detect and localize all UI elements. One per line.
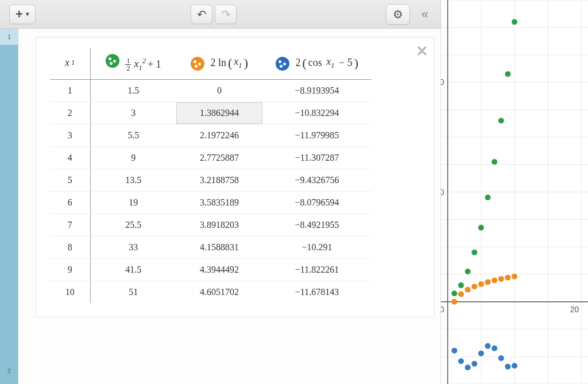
plot-point[interactable] bbox=[498, 118, 504, 123]
graph-canvas[interactable]: 4020020 bbox=[441, 0, 588, 384]
table-cell[interactable]: 8 bbox=[50, 236, 90, 258]
table-row: 725.53.8918203−8.4921955 bbox=[50, 214, 372, 236]
plot-point[interactable] bbox=[478, 281, 484, 287]
table-cell[interactable]: 3 bbox=[50, 124, 90, 146]
expression-panel: ✕ x1 12 x12 + 1 bbox=[18, 29, 441, 384]
close-card-button[interactable]: ✕ bbox=[416, 42, 428, 60]
table-cell[interactable]: −11.678143 bbox=[262, 281, 372, 303]
plot-point[interactable] bbox=[505, 71, 510, 77]
plot-point[interactable] bbox=[492, 277, 497, 283]
table-cell[interactable]: 3 bbox=[90, 102, 176, 124]
table-cell[interactable]: 25.5 bbox=[90, 214, 176, 236]
table-cell[interactable]: 5.5 bbox=[90, 124, 176, 146]
plot-point[interactable] bbox=[512, 19, 517, 25]
plot-point[interactable] bbox=[458, 358, 464, 364]
plot-point[interactable] bbox=[465, 287, 471, 293]
plot-point[interactable] bbox=[512, 274, 517, 280]
add-expression-button[interactable]: + ▾ bbox=[9, 5, 36, 24]
plot-point[interactable] bbox=[512, 363, 517, 369]
table-cell[interactable]: −11.307287 bbox=[262, 146, 372, 169]
undo-icon: ↶ bbox=[197, 7, 207, 21]
plot-point[interactable] bbox=[451, 290, 457, 296]
table-row: 11.50−8.9193954 bbox=[50, 79, 372, 102]
table-cell[interactable]: 51 bbox=[90, 281, 176, 303]
table-cell[interactable]: 5 bbox=[50, 169, 90, 191]
col-header-series-3[interactable]: 2 ( cos x1 − 5 ) bbox=[262, 48, 372, 79]
table-cell[interactable]: 2 bbox=[50, 102, 90, 124]
table-cell[interactable]: 0 bbox=[176, 79, 262, 102]
table-cell[interactable]: 33 bbox=[90, 236, 176, 258]
table-cell[interactable]: 4.3944492 bbox=[176, 258, 262, 281]
expression-tab-2[interactable]: 2 bbox=[0, 363, 18, 379]
plot-point[interactable] bbox=[471, 284, 477, 289]
table-cell[interactable]: 3.8918203 bbox=[176, 214, 262, 236]
plot-point[interactable] bbox=[492, 346, 497, 351]
table-cell[interactable]: 1.3862944 bbox=[176, 102, 262, 124]
redo-button[interactable]: ↷ bbox=[215, 5, 237, 24]
table-cell[interactable]: 1 bbox=[50, 79, 90, 102]
plot-point[interactable] bbox=[471, 361, 477, 367]
graph-svg: 4020020 bbox=[441, 0, 588, 384]
table-expression-card: ✕ x1 12 x12 + 1 bbox=[36, 37, 435, 317]
plot-point[interactable] bbox=[451, 299, 457, 305]
svg-text:0: 0 bbox=[441, 305, 444, 314]
plot-point[interactable] bbox=[478, 225, 484, 231]
table-cell[interactable]: −8.9193954 bbox=[262, 79, 372, 102]
gear-icon: ⚙ bbox=[393, 7, 403, 21]
settings-button[interactable]: ⚙ bbox=[386, 4, 410, 25]
redo-icon: ↷ bbox=[221, 7, 231, 21]
col-header-x1[interactable]: x1 bbox=[50, 48, 90, 79]
top-toolbar: + ▾ ↶ ↷ ⚙ « bbox=[0, 0, 441, 29]
table-cell[interactable]: 3.5835189 bbox=[176, 191, 262, 214]
table-cell[interactable]: 6 bbox=[50, 191, 90, 214]
table-cell[interactable]: −8.0796594 bbox=[262, 191, 372, 214]
table-cell[interactable]: 2.1972246 bbox=[176, 124, 262, 146]
table-cell[interactable]: 41.5 bbox=[90, 258, 176, 281]
table-cell[interactable]: 1.5 bbox=[90, 79, 176, 102]
plot-point[interactable] bbox=[458, 291, 464, 297]
plot-point[interactable] bbox=[492, 159, 497, 165]
plot-point[interactable] bbox=[485, 279, 490, 285]
series-toggle-blue[interactable] bbox=[276, 57, 289, 71]
table-cell[interactable]: 13.5 bbox=[90, 169, 176, 191]
plot-point[interactable] bbox=[505, 364, 510, 370]
series-toggle-orange[interactable] bbox=[191, 57, 204, 71]
plot-point[interactable] bbox=[465, 364, 471, 370]
table-cell[interactable]: 3.2188758 bbox=[176, 169, 262, 191]
col-header-series-2[interactable]: 2 ln ( x1 ) bbox=[176, 48, 262, 79]
table-cell[interactable]: −8.4921955 bbox=[262, 214, 372, 236]
table-cell[interactable]: 4 bbox=[50, 146, 90, 169]
expression-index-rail: 1 2 bbox=[0, 29, 18, 384]
table-cell[interactable]: −10.291 bbox=[262, 236, 372, 258]
plot-point[interactable] bbox=[505, 275, 510, 281]
table-cell[interactable]: 10 bbox=[50, 281, 90, 303]
table-cell[interactable]: 2.7725887 bbox=[176, 146, 262, 169]
chevron-left-double-icon: « bbox=[421, 7, 428, 21]
table-cell[interactable]: 7 bbox=[50, 214, 90, 236]
plot-point[interactable] bbox=[478, 351, 484, 356]
table-cell[interactable]: −11.979985 bbox=[262, 124, 372, 146]
undo-button[interactable]: ↶ bbox=[191, 5, 212, 24]
plot-point[interactable] bbox=[471, 250, 477, 255]
plot-point[interactable] bbox=[458, 282, 464, 288]
collapse-panel-button[interactable]: « bbox=[415, 4, 435, 25]
table-cell[interactable]: −11.822261 bbox=[262, 258, 372, 281]
plot-point[interactable] bbox=[485, 195, 490, 200]
table-cell[interactable]: 9 bbox=[50, 258, 90, 281]
series-toggle-green[interactable] bbox=[106, 54, 119, 68]
expression-tab-1[interactable]: 1 bbox=[0, 29, 18, 45]
table-cell[interactable]: 19 bbox=[90, 191, 176, 214]
table-cell[interactable]: −10.832294 bbox=[262, 102, 372, 124]
plot-point[interactable] bbox=[498, 355, 504, 361]
svg-text:20: 20 bbox=[441, 188, 444, 197]
table-cell[interactable]: −9.4326756 bbox=[262, 169, 372, 191]
table-cell[interactable]: 9 bbox=[90, 146, 176, 169]
table-row: 10514.6051702−11.678143 bbox=[50, 281, 372, 303]
table-cell[interactable]: 4.6051702 bbox=[176, 281, 262, 303]
plot-point[interactable] bbox=[485, 343, 490, 349]
plot-point[interactable] bbox=[465, 269, 471, 274]
col-header-series-1[interactable]: 12 x12 + 1 bbox=[90, 48, 176, 79]
plot-point[interactable] bbox=[451, 348, 457, 354]
plot-point[interactable] bbox=[498, 276, 504, 282]
table-cell[interactable]: 4.1588831 bbox=[176, 236, 262, 258]
